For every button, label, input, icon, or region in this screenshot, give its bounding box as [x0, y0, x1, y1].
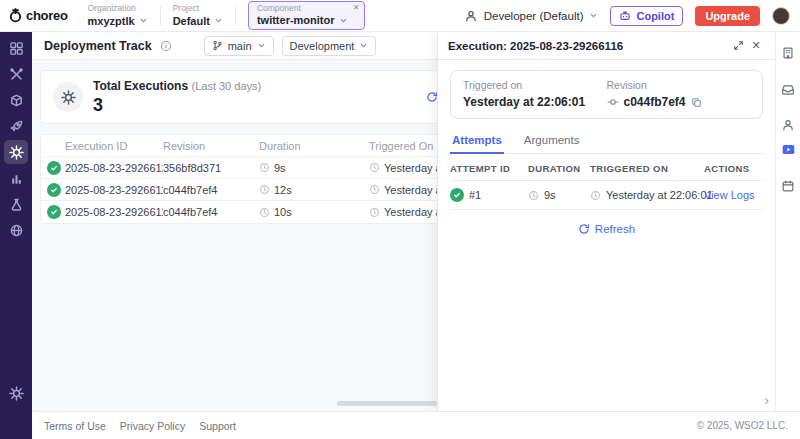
total-executions-subtitle: (Last 30 days)	[191, 80, 261, 92]
sidebar-item-test[interactable]	[4, 192, 28, 216]
project-selector[interactable]: Project Default	[165, 4, 231, 26]
choreo-logo-icon	[8, 8, 23, 23]
profile-switcher-label: Developer (Default)	[484, 10, 584, 22]
close-icon[interactable]: ✕	[747, 37, 765, 55]
runtime-logs-icon[interactable]	[781, 142, 796, 157]
left-sidebar	[0, 32, 32, 439]
drawer-title: Execution: 2025-08-23-29266116	[448, 40, 623, 52]
attempt-triggered-on: Yesterday at 22:06:01	[606, 189, 713, 201]
info-icon[interactable]	[160, 40, 172, 52]
bar-chart-icon	[9, 171, 24, 186]
executions-gear-icon	[53, 82, 83, 112]
attempts-table-header: ATTEMPT ID DURATION TRIGGERED ON ACTIONS	[450, 154, 763, 181]
flask-icon	[9, 197, 24, 212]
success-check-icon	[47, 205, 61, 219]
copyright-text: © 2025, WSO2 LLC.	[697, 420, 788, 431]
footer: Terms of Use Privacy Policy Support © 20…	[32, 411, 800, 439]
choreo-logo[interactable]: choreo	[8, 8, 68, 23]
copilot-button-label: Copilot	[636, 10, 674, 22]
sidebar-item-deploy[interactable]	[4, 114, 28, 138]
attempts-refresh-button[interactable]: Refresh	[450, 223, 763, 235]
clock-icon	[369, 207, 380, 218]
component-selector[interactable]: ✕ Component twitter-monitor	[248, 1, 365, 30]
duration: 9s	[274, 162, 286, 174]
chevron-down-icon	[359, 41, 368, 50]
copilot-robot-icon	[619, 10, 631, 22]
package-icon	[9, 93, 24, 108]
clock-icon	[369, 162, 380, 173]
chevron-down-icon	[339, 16, 348, 25]
upgrade-button[interactable]: Upgrade	[695, 6, 760, 26]
sidebar-item-observability[interactable]	[4, 166, 28, 190]
drawer-body: Triggered on Yesterday at 22:06:01 Revis…	[438, 60, 775, 411]
sidebar-item-builds[interactable]	[4, 88, 28, 112]
logo-text: choreo	[26, 8, 68, 23]
organization-icon[interactable]	[781, 46, 795, 60]
inbox-icon[interactable]	[781, 82, 795, 96]
chevron-right-icon[interactable]: ›	[764, 393, 769, 407]
copy-icon[interactable]	[691, 97, 702, 108]
environment-name: Development	[290, 40, 355, 52]
chevron-down-icon	[214, 16, 223, 25]
branch-selector[interactable]: main	[204, 36, 274, 56]
settings-gear-icon	[9, 386, 24, 401]
clock-icon	[369, 184, 380, 195]
sidebar-item-settings[interactable]	[4, 381, 28, 405]
developer-profile-icon	[464, 9, 478, 23]
execution-id: 2025-08-23-29266120	[65, 162, 163, 174]
revision: c044fb7ef4	[163, 206, 259, 218]
support-link[interactable]: Support	[199, 420, 236, 432]
account-icon[interactable]	[781, 118, 795, 132]
sidebar-item-components[interactable]	[4, 62, 28, 86]
tab-arguments[interactable]: Arguments	[522, 131, 582, 153]
revision-value: c044fb7ef4	[624, 95, 686, 109]
triggered-on-value: Yesterday at 22:06:01	[463, 95, 607, 109]
organization-selector[interactable]: Organization mxyzptlk	[80, 4, 156, 26]
terms-link[interactable]: Terms of Use	[44, 420, 106, 432]
clock-icon	[528, 190, 539, 201]
crossed-tools-icon	[9, 67, 24, 82]
col-execution-id: Execution ID	[65, 140, 163, 152]
total-executions-count: 3	[93, 95, 261, 116]
drawer-tabs: Attempts Arguments	[450, 131, 763, 154]
component-value: twitter-monitor	[257, 14, 335, 26]
topbar: choreo Organization mxyzptlk Project Def…	[0, 0, 800, 32]
environment-selector[interactable]: Development	[282, 36, 377, 56]
chevron-down-icon	[589, 11, 598, 20]
col-triggered-on: TRIGGERED ON	[590, 163, 704, 174]
calendar-icon[interactable]	[781, 179, 795, 193]
col-attempt-id: ATTEMPT ID	[450, 163, 528, 174]
copilot-button[interactable]: Copilot	[610, 6, 683, 26]
profile-switcher[interactable]: Developer (Default)	[464, 9, 599, 23]
total-executions-title: Total Executions	[93, 79, 188, 93]
tab-attempts[interactable]: Attempts	[450, 131, 504, 154]
globe-icon	[9, 223, 24, 238]
horizontal-scrollbar[interactable]	[337, 401, 437, 406]
commit-icon	[607, 96, 619, 108]
grid-icon	[9, 41, 24, 56]
organization-label: Organization	[88, 4, 148, 13]
page-title: Deployment Track	[44, 39, 152, 53]
view-logs-link[interactable]: View Logs	[704, 189, 763, 201]
divider	[160, 6, 161, 26]
divider	[235, 6, 236, 26]
revision-label: Revision	[607, 79, 751, 91]
user-avatar[interactable]	[772, 7, 790, 25]
execution-info-card: Triggered on Yesterday at 22:06:01 Revis…	[450, 70, 763, 119]
revision: 356bf8d371	[163, 162, 259, 174]
triggered-on-label: Triggered on	[463, 79, 607, 91]
revision: c044fb7ef4	[163, 184, 259, 196]
rocket-icon	[9, 119, 24, 134]
col-actions: ACTIONS	[704, 163, 763, 174]
refresh-icon	[578, 223, 590, 235]
sidebar-item-dependencies[interactable]	[4, 218, 28, 242]
sidebar-item-devops[interactable]	[4, 140, 28, 164]
right-icon-strip	[775, 32, 800, 411]
expand-icon[interactable]	[729, 37, 747, 55]
privacy-link[interactable]: Privacy Policy	[120, 420, 185, 432]
success-check-icon	[47, 183, 61, 197]
sidebar-item-overview[interactable]	[4, 36, 28, 60]
execution-id: 2025-08-23-29266116	[65, 184, 163, 196]
clear-component-icon[interactable]: ✕	[353, 4, 360, 12]
clock-icon	[259, 207, 270, 218]
